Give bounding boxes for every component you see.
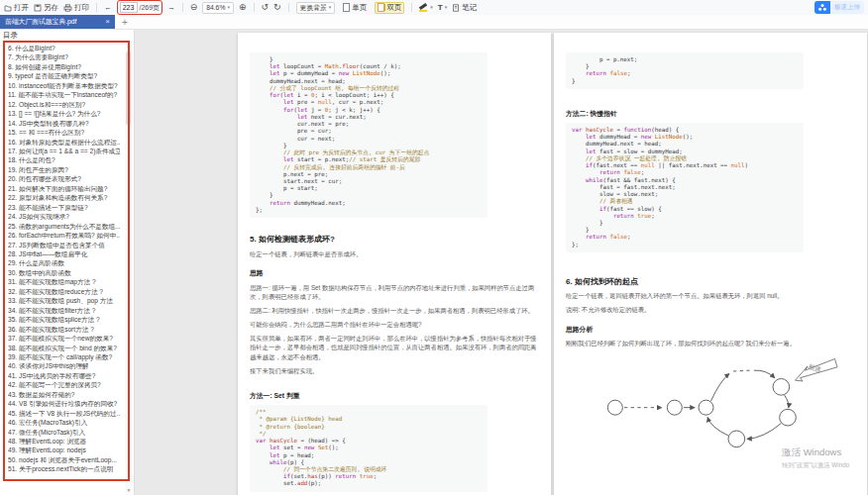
change-background-select[interactable]: 更换背景 ▾ <box>296 2 336 14</box>
toolbar-separator <box>254 3 255 12</box>
page-number-input[interactable]: 223 <box>120 2 138 13</box>
toc-item[interactable]: 25. 函数的arguments为什么不是数组... <box>8 222 120 231</box>
document-canvas[interactable]: } let loopCount = Math.floor(count / k);… <box>135 29 868 495</box>
notes-button[interactable]: 笔记 <box>452 3 477 13</box>
new-tab-button[interactable]: + <box>115 15 135 29</box>
toc-item[interactable]: 18. 什么是闭包? <box>8 155 120 164</box>
toc-item[interactable]: 8. 如何创建并使用BigInt? <box>8 62 120 71</box>
highlighter-icon <box>419 4 428 12</box>
toc-item[interactable]: 26. forEach中return有效果吗? 如何中... <box>8 231 120 240</box>
zoom-out-button[interactable]: ⊖ <box>190 3 198 12</box>
toc-item[interactable]: 31. 能不能实现数组map方法 ? <box>8 277 120 286</box>
toc-item[interactable]: 44. V8 引擎如何进行垃圾内存的回收? <box>8 399 120 408</box>
print-label: 打印 <box>74 3 89 13</box>
close-icon[interactable]: × <box>105 18 110 26</box>
fast-upload-button[interactable]: 极速上传 <box>814 1 864 14</box>
toc-item[interactable]: 17. 如何让if(a == 1 && a == 2)条件成立? <box>8 147 120 155</box>
linked-list-cycle-diagram: 相遇 <box>594 356 855 459</box>
paragraph: 其实很简单，如果有环，两者一定同时走到环中，那么在环中，以慢指针为参考系，快指针… <box>250 334 539 361</box>
toc-item[interactable]: 37. 能不能模拟实现一个new的效果? <box>8 334 120 343</box>
toc-item[interactable]: 32. 能不能实现数组reduce方法 ? <box>8 287 120 296</box>
toc-item[interactable]: 39. 能不能实现一个 call/apply 函数? <box>8 352 120 361</box>
toc-item[interactable]: 45. 描述一下 V8 执行一段JS代码的过... <box>8 409 120 418</box>
zoom-in-button[interactable]: ⊕ <box>239 3 247 12</box>
double-page-button[interactable]: 双页 <box>375 2 404 14</box>
toc-item[interactable]: 48. 理解EventLoop: 浏览器 <box>8 437 120 446</box>
toc-item[interactable]: 27. JS判断数组中是否包含某个值 <box>8 241 120 249</box>
toc-item[interactable]: 14. JS中类型转换有哪几种? <box>8 119 120 128</box>
toc-item[interactable]: 6. 什么是BigInt? <box>8 44 120 52</box>
toc-item[interactable]: 23. 能不能描述一下原型链? <box>8 203 120 212</box>
toc-item[interactable]: 10. instanceof能否判断基本数据类型? <box>8 81 120 90</box>
toc-item[interactable]: 19. 闭包产生的原因? <box>8 165 120 174</box>
zoom-in-icon: ⊕ <box>239 3 247 12</box>
toc-item[interactable]: 35. 能不能实现数组splice方法 ? <box>8 315 120 324</box>
toc-item[interactable]: 38. 能不能模拟实现一个 bind 的效果? <box>8 344 120 352</box>
toc-item[interactable]: 40. 谈谈你对JS中this的理解 <box>8 361 120 370</box>
single-page-button[interactable]: 单页 <box>340 2 370 14</box>
code-block-continued: p = p.next; } return false; } <box>566 52 804 89</box>
toc-item[interactable]: 30. 数组中的高阶函数 <box>8 268 120 277</box>
toc-item[interactable]: 47. 微任务(MicroTask)引入 <box>8 428 120 437</box>
chevron-down-icon: ▾ <box>445 5 448 10</box>
toc-item[interactable]: 21. 如何解决下面的循环输出问题? <box>8 184 120 193</box>
text-tool-icon: T <box>438 3 443 12</box>
node-circle <box>667 400 682 415</box>
print-button[interactable]: 打印 <box>63 3 89 13</box>
rotate-right-button[interactable]: ↻ <box>273 3 281 12</box>
toc-item[interactable]: 50. nodejs 和 浏览器关于eventLoop... <box>8 455 120 464</box>
toc-item[interactable]: 16. 对象转原始类型是根据什么流程运... <box>8 138 120 147</box>
toc-item[interactable]: 28. JS中flat——数组扁平化 <box>8 249 120 258</box>
document-tab[interactable]: 前端大厂面试题宝典.pdf × <box>0 15 115 29</box>
highlighter-button[interactable]: ▾ <box>419 4 433 12</box>
printer-icon <box>63 4 72 12</box>
rotate-right-icon: ↻ <box>273 3 281 12</box>
pdf-page-right: p = p.next; } return false; } 方法二: 快慢指针 … <box>554 33 867 495</box>
toc-item[interactable]: 12. Object.is和===的区别? <box>8 100 120 109</box>
scroll-down-icon[interactable]: ▾ <box>125 487 133 494</box>
rotate-left-button[interactable]: ↺ <box>262 3 270 12</box>
scrollbar-thumb[interactable] <box>126 51 131 125</box>
document-tab-title: 前端大厂面试题宝典.pdf <box>5 17 102 27</box>
toc-item[interactable]: 13. [] == ![]结果是什么? 为什么? <box>8 109 120 118</box>
prev-page-button[interactable]: ← <box>104 3 112 12</box>
toc-item[interactable]: 29. 什么是高阶函数 <box>8 258 120 267</box>
open-label: 打开 <box>14 3 29 13</box>
text-tool-button[interactable]: T ▾ <box>438 3 447 12</box>
toc-item[interactable]: 34. 能不能实现数组filter方法 ? <box>8 306 120 315</box>
toc-item[interactable]: 7. 为什么需要BigInt? <box>8 52 120 61</box>
toc-item[interactable]: 24. JS如何实现继承? <box>8 212 120 221</box>
toc-item[interactable]: 33. 能不能实现数组 push、pop 方法 <box>8 296 120 305</box>
toc-item[interactable]: 15. == 和 ===有什么区别? <box>8 128 120 137</box>
pdf-page-left: } let loopCount = Math.floor(count / k);… <box>238 33 551 495</box>
save-as-button[interactable]: 另存 <box>34 3 58 13</box>
toc-item[interactable]: 41. JS中浅拷贝的手段有哪些? <box>8 371 120 380</box>
code-block-set-method: /** * @param {ListNode} head * @return {… <box>250 405 488 492</box>
analysis-label: 思路分析 <box>566 325 855 335</box>
toc-item[interactable]: 51. 关于process.nextTick的一点说明 <box>8 464 120 473</box>
toc-item[interactable]: 49. 理解EventLoop: nodejs <box>8 446 120 454</box>
zoom-level-select[interactable]: 84.6% ▾ <box>202 2 234 14</box>
node-circle <box>607 400 622 415</box>
toc-item[interactable]: 9. typeof 是否能正确判断类型? <box>8 71 120 80</box>
toc-item[interactable]: 36. 能不能实现数组sort方法 ? <box>8 325 120 334</box>
toolbar: 打开 另存 打印 ← 223 /269页 → ⊖ 84.6% ▾ ⊕ ↺ ↻ 更… <box>0 0 868 16</box>
toolbar-separator <box>96 3 97 12</box>
toc-item[interactable]: 42. 能不能写一个完整的深拷贝? <box>8 380 120 389</box>
toc-item[interactable]: 20. 闭包有哪些表现形式? <box>8 174 120 183</box>
scroll-up-icon[interactable]: ▴ <box>125 43 133 50</box>
page-total-label: /269页 <box>140 3 161 13</box>
zoom-level-value: 84.6% <box>206 4 225 11</box>
idea-label: 思路 <box>250 268 539 278</box>
toc-item[interactable]: 43. 数据是如何存储的? <box>8 390 120 399</box>
toc-item[interactable]: 22. 原型对象和构造函数有何关系? <box>8 193 120 202</box>
toc-item[interactable]: 11. 能不能手动实现一下instanceof的? <box>8 90 120 99</box>
outline-panel-title: 目录 <box>0 29 134 41</box>
node-circle <box>780 409 797 426</box>
toc-item[interactable]: 46. 宏任务(MacroTask)引入 <box>8 418 120 427</box>
open-button[interactable]: 打开 <box>4 3 29 13</box>
next-page-button[interactable]: → <box>167 3 175 12</box>
node-meeting-point <box>773 378 790 395</box>
sidebar-scrollbar[interactable]: ▴ ▾ <box>125 43 133 495</box>
paragraph: 思路一: 循环一遍，用 Set 数据结构保存节点，利用节点的内存地址来进行判重，… <box>250 283 539 302</box>
